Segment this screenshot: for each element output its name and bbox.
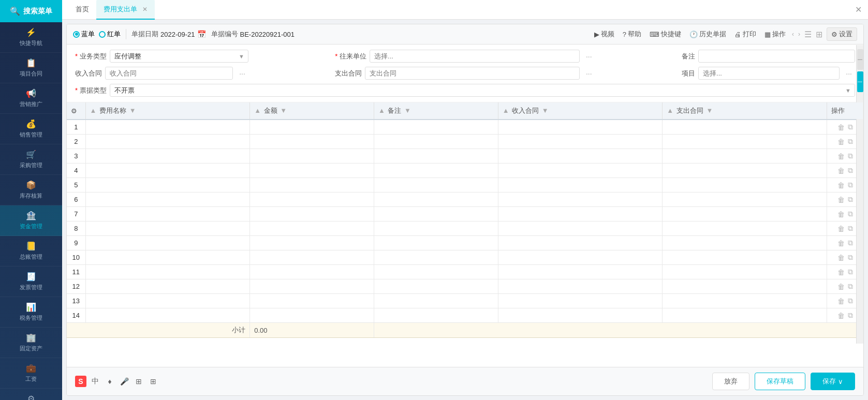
partner-input[interactable] xyxy=(370,50,580,63)
row-9-delete-icon[interactable]: 🗑 xyxy=(837,239,845,247)
help-btn[interactable]: ? 帮助 xyxy=(621,28,643,40)
row-10-copy-icon[interactable]: ⧉ xyxy=(848,253,853,262)
row-10-income-contract[interactable] xyxy=(498,250,663,265)
row-6-remark[interactable] xyxy=(374,192,498,207)
row-5-income-contract[interactable] xyxy=(498,178,663,192)
row-3-remark[interactable] xyxy=(374,149,498,164)
row-7-copy-icon[interactable]: ⧉ xyxy=(848,210,853,218)
row-5-amount[interactable] xyxy=(250,178,374,192)
income-contract-input[interactable] xyxy=(105,67,233,80)
row-3-copy-icon[interactable]: ⧉ xyxy=(848,152,853,160)
sidebar-item-salary[interactable]: 💼 工资 xyxy=(0,358,62,389)
row-10-remark[interactable] xyxy=(374,250,498,265)
col-expense-sort-up[interactable]: ▲ xyxy=(667,107,673,114)
sidebar-item-capital[interactable]: 🏦 资金管理 xyxy=(0,205,62,236)
red-bill-radio-btn[interactable] xyxy=(99,31,106,38)
remark-input[interactable] xyxy=(698,50,855,63)
row-9-expense-name[interactable] xyxy=(85,236,250,250)
row-11-income-contract[interactable] xyxy=(498,265,663,279)
row-3-income-contract[interactable] xyxy=(498,149,663,164)
row-12-amount[interactable] xyxy=(250,279,374,294)
row-6-expense-contract[interactable] xyxy=(663,192,827,207)
row-4-copy-icon[interactable]: ⧉ xyxy=(848,166,853,175)
row-8-expense-contract[interactable] xyxy=(663,221,827,236)
col-income-sort-down[interactable]: ▼ xyxy=(542,107,549,114)
row-3-expense-contract[interactable] xyxy=(663,149,827,164)
row-13-expense-contract[interactable] xyxy=(663,294,827,308)
row-11-expense-contract[interactable] xyxy=(663,265,827,279)
col-income-sort-up[interactable]: ▲ xyxy=(503,107,509,114)
save-draft-button[interactable]: 保存草稿 xyxy=(755,373,805,390)
row-14-income-contract[interactable] xyxy=(498,308,663,323)
row-4-income-contract[interactable] xyxy=(498,164,663,178)
row-1-copy-icon[interactable]: ⧉ xyxy=(848,123,853,131)
tab-home[interactable]: 首页 xyxy=(68,0,96,20)
row-1-delete-icon[interactable]: 🗑 xyxy=(837,123,845,131)
row-10-expense-contract[interactable] xyxy=(663,250,827,265)
partner-dots[interactable]: ··· xyxy=(583,52,595,61)
row-5-expense-name[interactable] xyxy=(85,178,250,192)
row-6-expense-name[interactable] xyxy=(85,192,250,207)
nav-prev-btn[interactable]: ‹ xyxy=(792,31,794,38)
sidebar-item-fixed-assets[interactable]: 🏢 固定资产 xyxy=(0,328,62,358)
row-10-delete-icon[interactable]: 🗑 xyxy=(837,254,845,262)
row-11-copy-icon[interactable]: ⧉ xyxy=(848,268,853,276)
discard-button[interactable]: 放弃 xyxy=(712,373,749,390)
right-panel-tab-2[interactable]: | xyxy=(857,71,863,92)
row-12-delete-icon[interactable]: 🗑 xyxy=(837,283,845,291)
row-8-remark[interactable] xyxy=(374,221,498,236)
business-type-select[interactable]: 应付调整 xyxy=(110,50,248,63)
row-1-remark[interactable] xyxy=(374,120,498,135)
row-7-remark[interactable] xyxy=(374,207,498,221)
row-4-expense-name[interactable] xyxy=(85,164,250,178)
tab-expense[interactable]: 费用支出单 ✕ xyxy=(96,0,155,20)
row-13-copy-icon[interactable]: ⧉ xyxy=(848,297,853,305)
col-remark-sort-down[interactable]: ▼ xyxy=(404,107,411,114)
row-8-income-contract[interactable] xyxy=(498,221,663,236)
row-6-income-contract[interactable] xyxy=(498,192,663,207)
row-13-delete-icon[interactable]: 🗑 xyxy=(837,297,845,305)
sidebar-item-ledger[interactable]: 📒 总账管理 xyxy=(0,236,62,266)
row-13-income-contract[interactable] xyxy=(498,294,663,308)
row-6-copy-icon[interactable]: ⧉ xyxy=(848,195,853,204)
row-9-income-contract[interactable] xyxy=(498,236,663,250)
row-14-remark[interactable] xyxy=(374,308,498,323)
row-12-copy-icon[interactable]: ⧉ xyxy=(848,282,853,291)
sidebar-item-ops[interactable]: ⚙ 经营管理 xyxy=(0,389,62,400)
row-2-copy-icon[interactable]: ⧉ xyxy=(848,137,853,146)
row-13-amount[interactable] xyxy=(250,294,374,308)
row-7-expense-name[interactable] xyxy=(85,207,250,221)
row-1-expense-contract[interactable] xyxy=(663,120,827,135)
row-14-expense-contract[interactable] xyxy=(663,308,827,323)
invoice-type-select[interactable]: 不开票 xyxy=(110,84,855,97)
blue-bill-radio[interactable]: 蓝单 xyxy=(73,29,95,39)
expense-contract-dots[interactable]: ··· xyxy=(583,69,595,78)
row-7-delete-icon[interactable]: 🗑 xyxy=(837,210,845,218)
row-14-copy-icon[interactable]: ⧉ xyxy=(848,311,853,320)
blue-bill-radio-btn[interactable] xyxy=(73,31,80,38)
row-4-expense-contract[interactable] xyxy=(663,164,827,178)
sidebar-item-sales[interactable]: 💰 销售管理 xyxy=(0,114,62,144)
income-contract-dots[interactable]: ··· xyxy=(236,69,248,78)
sidebar-item-purchase[interactable]: 🛒 采购管理 xyxy=(0,144,62,175)
row-12-expense-name[interactable] xyxy=(85,279,250,294)
row-2-expense-contract[interactable] xyxy=(663,135,827,149)
row-2-amount[interactable] xyxy=(250,135,374,149)
row-1-amount[interactable] xyxy=(250,120,374,135)
row-9-copy-icon[interactable]: ⧉ xyxy=(848,239,853,247)
sidebar-item-inventory[interactable]: 📦 库存核算 xyxy=(0,175,62,205)
window-close-btn[interactable]: ✕ xyxy=(855,5,862,14)
project-dots[interactable]: ··· xyxy=(843,69,855,78)
calendar-icon[interactable]: 📅 xyxy=(197,30,206,38)
row-14-amount[interactable] xyxy=(250,308,374,323)
red-bill-radio[interactable]: 红单 xyxy=(99,29,121,39)
sidebar-search[interactable]: 🔍 搜索菜单 xyxy=(0,0,62,22)
row-9-expense-contract[interactable] xyxy=(663,236,827,250)
row-13-expense-name[interactable] xyxy=(85,294,250,308)
row-9-amount[interactable] xyxy=(250,236,374,250)
row-2-remark[interactable] xyxy=(374,135,498,149)
row-5-copy-icon[interactable]: ⧉ xyxy=(848,181,853,189)
row-5-remark[interactable] xyxy=(374,178,498,192)
brand-grid2-icon[interactable]: ⊞ xyxy=(148,376,159,387)
expense-contract-input[interactable] xyxy=(365,67,580,80)
